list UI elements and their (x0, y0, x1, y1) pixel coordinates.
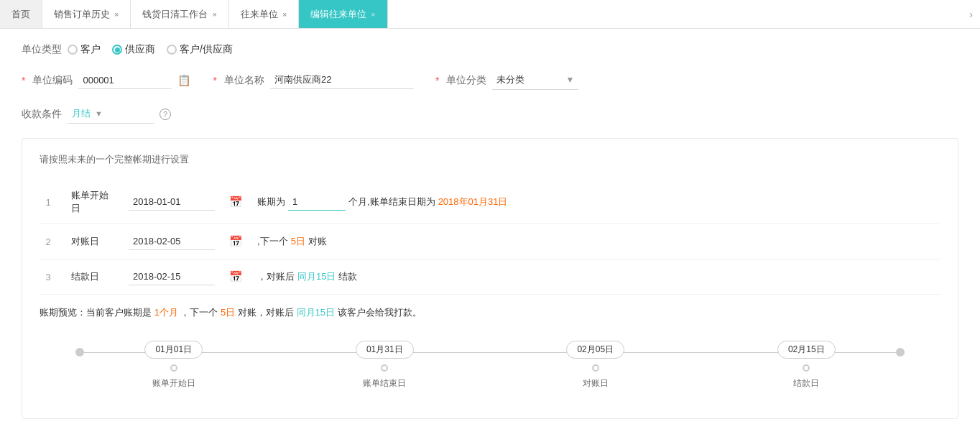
payment-date-row: 3 结款日 📅 ，对账后 同月15日 结款 (40, 259, 940, 295)
end-date-value: 2018年01月31日 (438, 196, 508, 208)
reconcile-label: 对账日 (71, 235, 114, 248)
unit-type-radio-group: 客户供应商客户/供应商 (68, 43, 233, 56)
tab-label-edit-partner: 编辑往来单位 (310, 8, 366, 21)
period-value-input[interactable] (288, 193, 346, 211)
unit-code-field: * 单位编码 📋 (22, 72, 191, 89)
timeline-dot-node-1 (381, 364, 388, 372)
preview-suffix: 该客户会给我打款。 (338, 307, 422, 318)
payment-help-icon[interactable]: ? (160, 109, 171, 120)
payment-post: 结款 (338, 270, 357, 283)
timeline-node-1: 01月31日账单结束日 (356, 341, 414, 390)
timeline-node-0: 01月01日账单开始日 (144, 341, 203, 390)
unit-name-field: * 单位名称 (213, 72, 413, 89)
reconcile-cal-icon[interactable]: 📅 (229, 235, 243, 248)
payment-value: 月结 (72, 107, 91, 120)
reconcile-highlight: 5日 (291, 235, 305, 248)
preview-prefix: 账期预览：当前客户账期是 (40, 307, 152, 318)
timeline-dot-node-2 (592, 364, 599, 372)
unit-type-label: 单位类型 (22, 43, 62, 56)
unit-category-field: * 单位分类 未分类 ▼ (435, 70, 578, 90)
main-content: 单位类型 客户供应商客户/供应商 * 单位编码 📋 * 单位名称 * 单位分类 … (0, 29, 980, 437)
start-date-label: 账单开始日 (71, 189, 114, 215)
payment-date-input[interactable] (129, 268, 215, 285)
timeline-node-3: 02月15日结款日 (777, 341, 836, 390)
radio-circle-both (167, 45, 177, 55)
start-date-cal-icon[interactable]: 📅 (229, 196, 243, 208)
preview-text: 账期预览：当前客户账期是 1个月 ，下一个 5日 对账，对账后 同月15日 该客… (40, 295, 940, 334)
payment-highlight: 同月15日 (297, 270, 336, 283)
tab-label-partner-unit: 往来单位 (241, 8, 278, 21)
reconcile-pre: ,下一个 (257, 235, 288, 248)
reconcile-suffix: ,下一个 5日 对账 (257, 235, 327, 248)
tab-partner-unit[interactable]: 往来单位× (229, 0, 299, 28)
payment-field: 收款条件 月结 ▼ ? (22, 104, 171, 124)
payment-dropdown-arrow: ▼ (95, 109, 103, 118)
preview-part2: 5日 (221, 307, 235, 318)
tab-edit-partner[interactable]: 编辑往来单位× (299, 0, 387, 28)
start-date-input[interactable] (129, 193, 215, 211)
tab-close-cash-work[interactable]: × (212, 10, 216, 19)
tab-home[interactable]: 首页 (0, 0, 42, 28)
payment-pre: ，对账后 (257, 270, 295, 283)
radio-both[interactable]: 客户/供应商 (167, 43, 233, 56)
timeline-label-3: 结款日 (793, 377, 819, 390)
reconcile-row: 2 对账日 📅 ,下一个 5日 对账 (40, 224, 940, 259)
timeline-node-2: 02月05日对账日 (566, 341, 624, 390)
payment-date-cal-icon[interactable]: 📅 (229, 270, 243, 283)
timeline-label-1: 账单结束日 (363, 377, 406, 390)
tab-arrow[interactable]: › (962, 0, 980, 28)
required-star-name: * (213, 75, 216, 86)
tab-close-partner-unit[interactable]: × (282, 10, 287, 19)
tab-close-edit-partner[interactable]: × (371, 10, 375, 19)
radio-circle-customer (68, 45, 78, 55)
tab-close-sales-history[interactable]: × (114, 10, 119, 19)
unit-type-field: 单位类型 客户供应商客户/供应商 (22, 43, 233, 56)
radio-supplier[interactable]: 供应商 (112, 43, 155, 56)
unit-code-label: 单位编码 (32, 74, 73, 87)
timeline-label-2: 对账日 (583, 377, 609, 390)
unit-code-input[interactable] (78, 72, 172, 89)
payment-date-label: 结款日 (71, 270, 114, 283)
unit-name-input[interactable] (270, 72, 414, 89)
tab-bar: 首页销售订单历史×钱货日清工作台×往来单位×编辑往来单位× › (0, 0, 980, 29)
tab-label-home: 首页 (11, 8, 30, 21)
timeline-badge-1: 01月31日 (356, 341, 414, 359)
required-star-code: * (22, 75, 25, 86)
code-name-category-row: * 单位编码 📋 * 单位名称 * 单位分类 未分类 ▼ (22, 70, 958, 90)
tab-sales-history[interactable]: 销售订单历史× (42, 0, 131, 28)
tab-cash-work[interactable]: 钱货日清工作台× (131, 0, 228, 28)
timeline-dot-node-0 (170, 364, 177, 372)
timeline-badge-3: 02月15日 (777, 341, 836, 359)
payment-date-suffix: ，对账后 同月15日 结款 (257, 270, 357, 283)
reconcile-post: 对账 (308, 235, 327, 248)
category-dropdown-arrow: ▼ (565, 75, 574, 85)
timeline: 01月01日账单开始日01月31日账单结束日02月05日对账日02月15日结款日 (40, 334, 940, 404)
radio-label-both: 客户/供应商 (180, 43, 233, 56)
category-value: 未分类 (496, 73, 524, 86)
period-unit-text: 个月,账单结束日期为 (348, 196, 435, 208)
row-num-2: 2 (40, 236, 57, 247)
start-date-period: 账期为 个月,账单结束日期为 2018年01月31日 (257, 193, 507, 211)
payment-label: 收款条件 (22, 108, 62, 121)
timeline-badge-2: 02月05日 (566, 341, 624, 359)
unit-category-label: 单位分类 (446, 74, 486, 87)
radio-customer[interactable]: 客户 (68, 43, 101, 56)
payment-select[interactable]: 月结 ▼ (68, 104, 154, 124)
code-icon[interactable]: 📋 (177, 74, 191, 87)
radio-circle-supplier (112, 45, 122, 55)
preview-part1: 1个月 (154, 307, 178, 318)
period-section: 请按照未来的一个完整帐期进行设置 1 账单开始日 📅 账期为 个月,账单结束日期… (22, 138, 958, 419)
unit-name-label: 单位名称 (224, 74, 264, 87)
unit-type-row: 单位类型 客户供应商客户/供应商 (22, 43, 958, 56)
account-start-row: 1 账单开始日 📅 账期为 个月,账单结束日期为 2018年01月31日 (40, 180, 940, 224)
radio-label-customer: 客户 (80, 43, 101, 56)
reconcile-date-input[interactable] (129, 233, 215, 250)
period-label: 账期为 (257, 196, 285, 208)
preview-middle1: ，下一个 (180, 307, 218, 318)
row-num-1: 1 (40, 197, 57, 208)
timeline-badge-0: 01月01日 (144, 341, 203, 359)
row-num-3: 3 (40, 272, 57, 282)
timeline-dot-node-3 (803, 364, 810, 372)
unit-category-select[interactable]: 未分类 ▼ (492, 70, 578, 90)
section-title: 请按照未来的一个完整帐期进行设置 (40, 153, 940, 166)
